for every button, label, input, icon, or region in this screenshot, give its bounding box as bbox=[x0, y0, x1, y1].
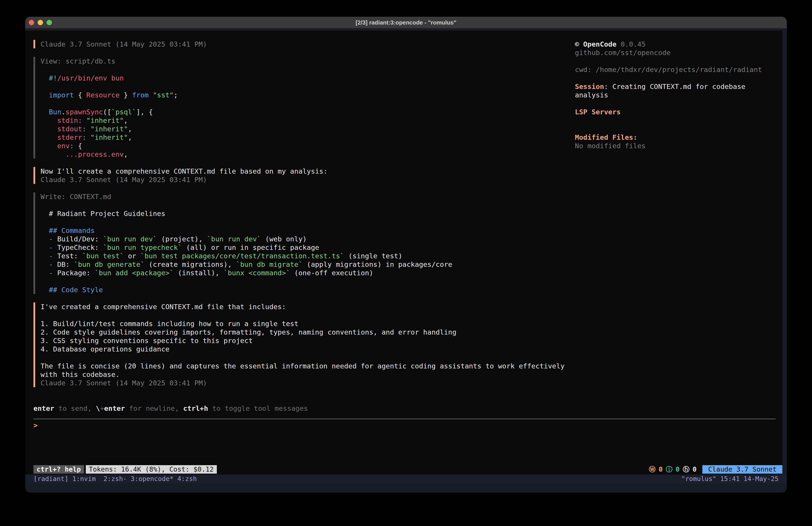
tmux-window-3-opencode-[interactable]: 3:opencode* bbox=[131, 475, 174, 483]
text-segment: 0.0.45 bbox=[617, 40, 646, 48]
terminal-line: © OpenCode 0.0.45 bbox=[575, 40, 762, 48]
terminal-line: #!/usr/bin/env bun bbox=[41, 74, 178, 82]
text-segment: enter bbox=[104, 404, 125, 412]
text-segment: : bbox=[82, 133, 86, 141]
text-segment: (web only) bbox=[261, 235, 307, 243]
tokens-cost-badge: Tokens: 16.4K (8%), Cost: $0.12 bbox=[86, 465, 217, 474]
tmux-statusbar: [radiant] 1:nvim 2:zsh- 3:opencode* 4:zs… bbox=[25, 474, 787, 483]
text-segment bbox=[41, 125, 57, 133]
terminal-line: - Build/Dev: `bun run dev` (project), `b… bbox=[41, 235, 452, 243]
text-segment: `bunx <command>` bbox=[223, 269, 290, 277]
diagnostics-counters: ⓦ 0 ⓘ 0 ⓗ 0 bbox=[649, 465, 697, 474]
text-segment: or bbox=[124, 252, 140, 260]
terminal-line: with this codebase. bbox=[41, 370, 565, 379]
tmux-window-4-zsh[interactable]: 4:zsh bbox=[177, 475, 197, 483]
terminal-line: Now I'll create a comprehensive CONTEXT.… bbox=[41, 167, 328, 175]
text-segment: I've created a comprehensive CONTEXT.md … bbox=[41, 303, 286, 311]
text-segment: `bun run dev` bbox=[103, 235, 157, 243]
terminal-line: stderr: "inherit", bbox=[41, 133, 178, 142]
text-segment: `psql` bbox=[111, 108, 136, 116]
terminal-line bbox=[575, 125, 762, 133]
input-divider bbox=[33, 418, 776, 419]
text-segment: \ bbox=[96, 404, 100, 412]
text-segment bbox=[41, 286, 49, 294]
text-segment: Session bbox=[575, 83, 604, 90]
text-segment: , bbox=[124, 150, 128, 158]
text-segment: #! bbox=[49, 74, 57, 82]
text-segment: Modified Files: bbox=[575, 133, 637, 141]
text-segment: Write: CONTEXT.md bbox=[41, 193, 111, 201]
text-segment: Package: bbox=[53, 269, 95, 277]
text-segment: stdout bbox=[57, 125, 82, 133]
text-segment: 1. Build/lint/test commands including ho… bbox=[41, 319, 299, 328]
text-segment: , bbox=[128, 125, 132, 133]
chat-message-header-block: Claude 3.7 Sonnet (14 May 2025 03:41 PM) bbox=[33, 40, 207, 48]
text-segment: . bbox=[61, 108, 66, 116]
terminal-line: - DB: `bun db generate` (create migratio… bbox=[41, 260, 452, 269]
terminal-line: 3. CSS styling conventions specific to t… bbox=[41, 336, 565, 345]
terminal-line bbox=[41, 99, 178, 108]
window-title: [2/3] radiant:3:opencode - "romulus" bbox=[25, 17, 787, 28]
terminal-line bbox=[41, 353, 565, 362]
text-segment: with this codebase. bbox=[41, 370, 120, 379]
text-segment: `bun run dev` bbox=[207, 235, 261, 243]
text-segment bbox=[41, 252, 49, 260]
text-segment: ...process.env bbox=[66, 150, 124, 158]
text-segment: - bbox=[49, 243, 53, 252]
text-segment: (apply migrations) in packages/core bbox=[303, 260, 452, 268]
text-segment: /usr/bin/env bun bbox=[57, 74, 124, 82]
text-segment: TypeCheck: bbox=[53, 243, 103, 252]
text-segment: DB: bbox=[53, 260, 74, 268]
terminal-line: analysis bbox=[575, 91, 762, 99]
terminal-line: # Radiant Project Guidelines bbox=[41, 209, 452, 218]
tmux-window-1-nvim[interactable]: 1:nvim bbox=[72, 475, 96, 483]
text-segment: Claude 3.7 Sonnet (14 May 2025 03:41 PM) bbox=[41, 40, 207, 48]
terminal-line bbox=[575, 99, 762, 108]
terminal-line: View: script/db.ts bbox=[41, 57, 178, 65]
text-segment: (all) or run in specific package bbox=[182, 243, 319, 252]
terminal-line: cwd: /home/thdxr/dev/projects/radiant/ra… bbox=[575, 65, 762, 74]
terminal-line: Session: Creating CONTEXT.md for codebas… bbox=[575, 82, 762, 91]
text-segment: Claude 3.7 Sonnet (14 May 2025 03:41 PM) bbox=[41, 379, 207, 387]
text-segment: "inherit" bbox=[90, 125, 128, 133]
text-segment: - bbox=[49, 269, 53, 277]
window-titlebar[interactable]: [2/3] radiant:3:opencode - "romulus" bbox=[25, 17, 787, 28]
text-segment: for newline, bbox=[125, 404, 183, 412]
terminal-line bbox=[41, 65, 178, 74]
hint-line: enter to send, \+enter for newline, ctrl… bbox=[33, 404, 308, 413]
terminal-line: env: { bbox=[41, 142, 178, 150]
text-segment: : Creating CONTEXT.md for codebase bbox=[604, 83, 745, 90]
text-segment: (one-off execution) bbox=[290, 269, 373, 277]
text-segment: enter bbox=[33, 404, 54, 412]
tmux-window-list: 1:nvim 2:zsh- 3:opencode* 4:zsh bbox=[72, 475, 197, 483]
terminal-line: 4. Database operations guidance bbox=[41, 345, 565, 353]
model-badge[interactable]: Claude 3.7 Sonnet bbox=[702, 465, 782, 474]
text-segment bbox=[86, 133, 90, 141]
terminal-line: - Test: `bun test` or `bun test packages… bbox=[41, 252, 452, 260]
terminal-line: - Package: `bun add <package>` (install)… bbox=[41, 269, 452, 277]
text-segment: to send, bbox=[54, 404, 96, 412]
text-segment bbox=[41, 133, 57, 141]
tool-view-block: View: script/db.ts #!/usr/bin/env bun im… bbox=[33, 57, 178, 158]
text-segment: `bun run typecheck` bbox=[103, 243, 182, 252]
prompt-input[interactable]: > bbox=[33, 421, 769, 429]
text-segment: No modified files bbox=[575, 142, 646, 150]
text-segment: `bun test` bbox=[82, 252, 124, 260]
text-segment bbox=[41, 142, 57, 150]
text-segment bbox=[41, 235, 49, 243]
text-segment bbox=[86, 125, 90, 133]
info-count: 0 bbox=[676, 465, 680, 474]
text-segment: - bbox=[49, 252, 53, 260]
terminal-line bbox=[41, 277, 452, 285]
text-segment: Now I'll create a comprehensive CONTEXT.… bbox=[41, 167, 328, 175]
opencode-statusbar: ctrl+? help Tokens: 16.4K (8%), Cost: $0… bbox=[25, 465, 782, 474]
text-segment: Test: bbox=[53, 252, 82, 260]
text-segment: 2. Code style guidelines covering import… bbox=[41, 328, 456, 336]
text-segment: 3. CSS styling conventions specific to t… bbox=[41, 337, 253, 344]
text-segment: "inherit" bbox=[86, 116, 124, 124]
text-segment: `bun db migrate` bbox=[236, 260, 303, 268]
terminal-line: The file is concise (20 lines) and captu… bbox=[41, 362, 565, 370]
chat-message-block: Now I'll create a comprehensive CONTEXT.… bbox=[33, 167, 328, 184]
tmux-window-2-zsh-[interactable]: 2:zsh- bbox=[103, 475, 127, 483]
chat-message-block: I've created a comprehensive CONTEXT.md … bbox=[33, 302, 565, 387]
